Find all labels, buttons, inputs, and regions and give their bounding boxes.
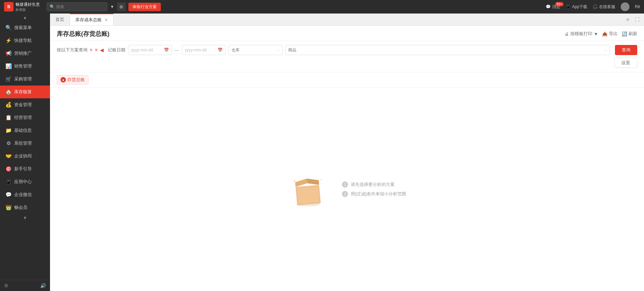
member-icon: 👑 [5, 204, 11, 211]
sidebar-item-wechat[interactable]: 💬 企业微信 [0, 188, 50, 201]
app-download-item[interactable]: 📱 App下载 [566, 4, 587, 10]
sidebar-label-sales: 销售管理 [14, 63, 32, 69]
sidebar-label-quick-nav: 快捷导航 [14, 38, 32, 44]
tab-expand-btn[interactable]: ⛶ [633, 16, 641, 24]
tab-close-all-btn[interactable]: ✕ [624, 16, 632, 24]
sidebar-item-purchase[interactable]: 🛒 采购管理 [0, 73, 50, 86]
basic-info-icon: 📁 [5, 127, 11, 134]
tip-text-1: 请先选择要分析的方案 [351, 181, 395, 188]
svg-rect-2 [298, 187, 319, 203]
sidebar-item-member[interactable]: 👑 畅会员 [0, 201, 50, 214]
settings-icon[interactable]: ⚙ [117, 2, 126, 11]
sidebar-label-search: 搜索菜单 [14, 25, 32, 31]
headset-icon: 🎧 [593, 4, 598, 9]
filter-collapse-btn[interactable]: ◀ [100, 47, 104, 53]
scheme-tag-icon: ● [60, 77, 66, 82]
empty-svg: ✦ ✦ ✦ [288, 169, 328, 210]
warehouse-select[interactable]: 仓库 ··· [228, 45, 282, 55]
wechat-icon: 💬 [5, 192, 11, 198]
sidebar-label-system: 系统管理 [14, 140, 32, 146]
tab-bar-right: ✕ ⛶ [624, 16, 644, 24]
purchase-icon: 🛒 [5, 76, 11, 82]
sidebar-label-capital: 资金管理 [14, 102, 32, 108]
online-service-item[interactable]: 🎧 在线客服 [593, 4, 615, 10]
trial-button[interactable]: 体验行业方案 [128, 3, 161, 11]
dropdown-btn[interactable]: ▼ [110, 4, 114, 9]
search-input[interactable]: 🔍 搜索 [47, 2, 107, 11]
sidebar-label-member: 畅会员 [14, 204, 27, 211]
empty-state: ✦ ✦ ✦ 1 请先选择要分析的方案 2 用[过滤]条件来缩小分析范围 [50, 88, 644, 291]
date-separator: — [175, 48, 179, 53]
sidebar-item-marketing[interactable]: 📢 营销推广 [0, 47, 50, 60]
filter-delete-btn[interactable]: × [95, 47, 98, 53]
sidebar-label-basic-info: 基础信息 [14, 127, 32, 134]
tab-bar: 首页 库存成本总账 ✕ ✕ ⛶ [50, 14, 644, 26]
sidebar-scroll-up[interactable]: ▲ [0, 14, 50, 21]
sidebar-label-beginner: 新手引导 [14, 166, 32, 172]
logo-icon: B [4, 2, 14, 11]
sidebar-item-search[interactable]: 🔍 搜索菜单 [0, 21, 50, 34]
sidebar: ▲ 🔍 搜索菜单 ⚡ 快捷导航 📢 营销推广 📊 销售管理 🛒 采购管理 🏠 库… [0, 14, 50, 291]
sidebar-settings-btn[interactable]: ⚙ [4, 283, 8, 288]
sidebar-scroll-down[interactable]: ▼ [0, 214, 50, 222]
quick-nav-icon: ⚡ [5, 38, 11, 44]
sidebar-item-app-center[interactable]: 📱 应用中心 [0, 175, 50, 188]
calendar-icon: 📅 [164, 48, 169, 52]
top-header-left: B 畅捷通好生意 标准版 [4, 2, 40, 12]
filter-add-btn[interactable]: + [90, 47, 93, 53]
page-header: 库存总账(存货总账) 🖨 按模板打印 ▼ 📤 导出 🔄 刷新 [50, 26, 644, 41]
sidebar-item-system[interactable]: ⚙ 系统管理 [0, 137, 50, 150]
empty-tip-1: 1 请先选择要分析的方案 [342, 181, 406, 188]
tab-home[interactable]: 首页 [50, 14, 70, 25]
filter-actions: 查询 设置 [614, 45, 637, 68]
page-header-actions: 🖨 按模板打印 ▼ 📤 导出 🔄 刷新 [565, 31, 637, 37]
sidebar-item-sales[interactable]: 📊 销售管理 [0, 60, 50, 73]
app-center-icon: 📱 [5, 179, 11, 185]
filter-settings-button[interactable]: 设置 [614, 58, 637, 68]
print-dropdown-icon: ▼ [594, 31, 598, 37]
sidebar-item-quick-nav[interactable]: ⚡ 快捷导航 [0, 34, 50, 47]
page-title: 库存总账(存货总账) [57, 30, 109, 38]
sidebar-item-beginner[interactable]: 🎯 新手引导 [0, 163, 50, 175]
refresh-btn[interactable]: 🔄 刷新 [622, 31, 637, 37]
top-header-center: 🔍 搜索 ▼ ⚙ 体验行业方案 [47, 2, 546, 11]
sidebar-label-marketing: 营销推广 [14, 50, 32, 56]
marketing-icon: 📢 [5, 50, 11, 56]
message-badge: 99+ [555, 2, 564, 6]
product-select[interactable]: 商品 ··· [285, 45, 610, 55]
sales-icon: 📊 [5, 63, 11, 69]
inventory-icon: 🏠 [5, 89, 11, 95]
filter-controls: 记账日期 yyyy-mm-dd 📅 — yyyy-mm-dd 📅 仓库 · [108, 45, 610, 55]
search-menu-icon: 🔍 [5, 25, 11, 31]
sidebar-item-cooperation[interactable]: 🤝 企业协同 [0, 150, 50, 163]
message-icon: 💬 [546, 4, 551, 9]
sidebar-item-capital[interactable]: 💰 资金管理 [0, 98, 50, 111]
avatar[interactable] [621, 2, 629, 11]
date-start-input[interactable]: yyyy-mm-dd 📅 [128, 45, 172, 55]
search-icon: 🔍 [50, 4, 55, 9]
product-more-icon: ··· [604, 48, 607, 52]
scheme-tag-label: 存货总账 [67, 77, 85, 83]
filter-row-date: 记账日期 yyyy-mm-dd 📅 — yyyy-mm-dd 📅 仓库 · [108, 45, 610, 55]
scheme-area: ● 存货总账 [50, 72, 644, 88]
date-end-input[interactable]: yyyy-mm-dd 📅 [182, 45, 226, 55]
export-icon: 📤 [602, 31, 608, 37]
sidebar-item-basic-info[interactable]: 📁 基础信息 [0, 124, 50, 137]
sidebar-item-operations[interactable]: 📋 经营管理 [0, 111, 50, 124]
sidebar-item-inventory[interactable]: 🏠 库存核算 [0, 86, 50, 98]
tab-close-icon[interactable]: ✕ [104, 18, 108, 22]
query-button[interactable]: 查询 [615, 45, 637, 55]
tip-number-1: 1 [342, 181, 348, 188]
sidebar-label-operations: 经营管理 [14, 115, 32, 121]
svg-text:✦: ✦ [320, 178, 323, 181]
sidebar-label-inventory: 库存核算 [14, 89, 32, 95]
filter-section-title: 按以下方案查询 + × ◀ [57, 45, 104, 53]
logo-text: 畅捷通好生意 标准版 [16, 2, 40, 12]
scheme-tag[interactable]: ● 存货总账 [57, 75, 89, 84]
print-btn[interactable]: 🖨 按模板打印 ▼ [565, 31, 598, 37]
message-item[interactable]: 💬 消息 99+ [546, 4, 560, 10]
content-area: 首页 库存成本总账 ✕ ✕ ⛶ 库存总账(存货总账) 🖨 按模板打印 ▼ [50, 14, 644, 291]
tab-inventory-ledger[interactable]: 库存成本总账 ✕ [70, 14, 114, 25]
export-btn[interactable]: 📤 导出 [602, 31, 618, 37]
sidebar-audio-btn[interactable]: 🔊 [40, 283, 46, 288]
